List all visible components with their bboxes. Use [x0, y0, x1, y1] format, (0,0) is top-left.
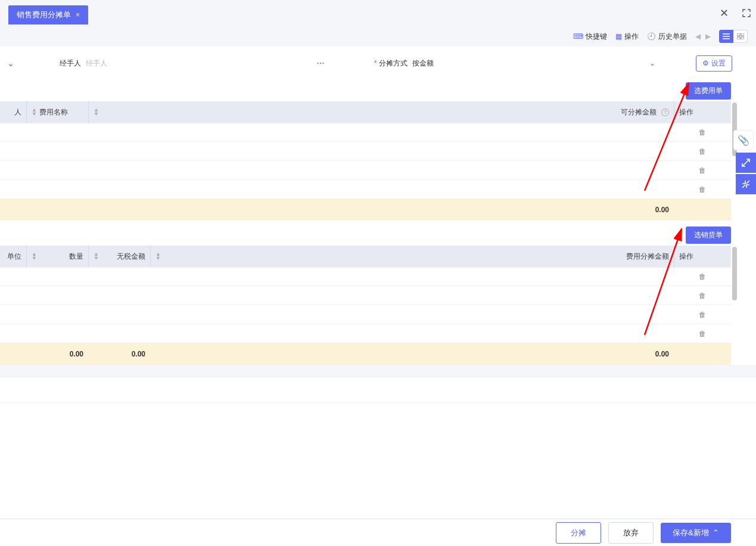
trash-icon: 🗑	[699, 166, 706, 175]
chevron-down-icon[interactable]: ⌄	[7, 58, 18, 68]
th-empty: ▲▼	[88, 101, 584, 123]
th-spacer: ▲▼	[150, 246, 584, 267]
operate-link[interactable]: ▦ 操作	[615, 32, 639, 42]
fee-sum-row: 0.00	[0, 199, 731, 221]
delete-row-button[interactable]: 🗑	[674, 123, 731, 141]
select-sales-bill-button[interactable]: 选销货单	[686, 227, 731, 244]
th-fee-name[interactable]: ▲▼ 费用名称	[26, 101, 88, 123]
settings-label: 设置	[711, 58, 726, 69]
fee-table-header: 人 ▲▼ 费用名称 ▲▼ 可分摊金额 ? 操作	[0, 101, 731, 123]
shortcut-link[interactable]: ⌨ 快捷键	[573, 32, 607, 42]
th-allocatable-label: 可分摊金额	[621, 107, 657, 117]
more-icon[interactable]: ···	[317, 59, 325, 67]
handler-label: 经手人	[60, 58, 81, 69]
delete-row-button[interactable]: 🗑	[674, 305, 731, 324]
footer: 分摊 放弃 保存&新增 ⌃	[0, 519, 756, 546]
fee-table-body: 🗑 🗑 🗑 🗑	[0, 123, 731, 199]
th-fee-name-label: 费用名称	[39, 107, 68, 117]
empty-strip	[0, 377, 756, 403]
table-row: 🗑	[0, 324, 731, 343]
th-fee-alloc[interactable]: 费用分摊金额	[584, 246, 674, 267]
scrollbar-thumb[interactable]	[732, 247, 737, 300]
list-view-button[interactable]	[719, 30, 733, 43]
prev-icon[interactable]: ◀	[695, 32, 701, 41]
sort-icon: ▲▼	[94, 252, 99, 260]
table-row: 🗑	[0, 180, 731, 199]
th-qty-label: 数量	[39, 252, 83, 262]
svg-rect-3	[741, 37, 744, 39]
tab-bar: 销售费用分摊单 × ✕	[0, 0, 756, 26]
tab-title: 销售费用分摊单	[17, 10, 71, 20]
sort-icon: ▲▼	[32, 108, 37, 116]
table-row: 🗑	[0, 305, 731, 324]
save-new-button[interactable]: 保存&新增 ⌃	[661, 523, 731, 543]
discard-button[interactable]: 放弃	[608, 522, 654, 544]
history-label: 历史单据	[658, 32, 687, 42]
fullscreen-icon[interactable]	[741, 7, 752, 19]
divider	[0, 365, 756, 377]
sales-sum-row: 0.00 0.00 0.00	[0, 343, 731, 365]
fee-table: 人 ▲▼ 费用名称 ▲▼ 可分摊金额 ? 操作 🗑	[0, 101, 731, 221]
delete-row-button[interactable]: 🗑	[674, 161, 731, 179]
top-toolbar: ⌨ 快捷键 ▦ 操作 🕘 历史单据 ◀ ▶	[0, 26, 756, 46]
th-qty[interactable]: ▲▼ 数量	[26, 246, 88, 267]
history-link[interactable]: 🕘 历史单据	[647, 32, 687, 42]
delete-row-button[interactable]: 🗑	[674, 286, 731, 305]
expand-in-button[interactable]	[736, 174, 756, 194]
method-select[interactable]	[412, 59, 645, 67]
sum-alloc: 0.00	[655, 350, 669, 358]
delete-row-button[interactable]: 🗑	[674, 324, 731, 343]
delete-row-button[interactable]: 🗑	[674, 142, 731, 160]
th-fee-alloc-label: 费用分摊金额	[626, 252, 669, 262]
grid-icon: ▦	[615, 32, 622, 41]
trash-icon: 🗑	[699, 330, 706, 338]
select-fee-bill-button[interactable]: 选费用单	[686, 82, 731, 100]
shortcut-label: 快捷键	[586, 32, 607, 42]
chevron-up-icon: ⌃	[713, 528, 719, 537]
trash-icon: 🗑	[699, 311, 706, 319]
table-row: 🗑	[0, 286, 731, 305]
th-allocatable[interactable]: 可分摊金额 ?	[584, 101, 674, 123]
th-op2-label: 操作	[679, 252, 693, 262]
fee-sum-value: 0.00	[655, 206, 669, 214]
attachment-button[interactable]: 📎	[733, 130, 754, 150]
scrollbar[interactable]	[732, 246, 737, 322]
allocate-button[interactable]: 分摊	[556, 522, 601, 544]
close-window-button[interactable]: ✕	[715, 5, 732, 21]
delete-row-button[interactable]: 🗑	[674, 268, 731, 286]
form-row: ⌄ 经手人 ··· 分摊方式 ⌄ ⚙ 设置	[0, 46, 756, 80]
sort-icon: ▲▼	[94, 108, 99, 116]
keyboard-icon: ⌨	[573, 32, 583, 41]
delete-row-button[interactable]: 🗑	[674, 180, 731, 198]
tab-active[interactable]: 销售费用分摊单 ×	[8, 5, 88, 24]
close-tab-icon[interactable]: ×	[76, 11, 80, 19]
trash-icon: 🗑	[699, 185, 706, 194]
th-op2: 操作	[674, 246, 731, 267]
trash-icon: 🗑	[699, 291, 706, 300]
expand-out-button[interactable]	[736, 153, 756, 173]
card-view-button[interactable]	[733, 30, 748, 43]
settings-button[interactable]: ⚙ 设置	[696, 55, 732, 72]
trash-icon: 🗑	[699, 147, 706, 156]
gear-icon: ⚙	[702, 59, 709, 67]
operate-label: 操作	[624, 32, 639, 42]
method-label: 分摊方式	[374, 58, 407, 69]
sales-table-header: 单位 ▲▼ 数量 ▲▼ 无税金额 ▲▼ 费用分摊金额 操作	[0, 246, 731, 267]
th-op-label: 操作	[679, 107, 693, 117]
th-payee[interactable]: 人	[0, 101, 26, 123]
th-notax[interactable]: ▲▼ 无税金额	[88, 246, 150, 267]
svg-rect-1	[741, 33, 744, 36]
th-unit[interactable]: 单位	[0, 246, 26, 267]
paperclip-icon: 📎	[738, 135, 749, 146]
table-row: 🗑	[0, 161, 731, 180]
sort-icon: ▲▼	[155, 252, 161, 260]
svg-rect-2	[737, 37, 740, 39]
trash-icon: 🗑	[699, 128, 706, 136]
table-row: 🗑	[0, 267, 731, 286]
chevron-down-icon[interactable]: ⌄	[649, 59, 655, 67]
sales-section: 选销货单 单位 ▲▼ 数量 ▲▼ 无税金额 ▲▼ 费用分摊金额 操作	[0, 224, 756, 365]
sort-icon: ▲▼	[32, 252, 37, 260]
handler-input[interactable]	[86, 59, 312, 67]
help-icon[interactable]: ?	[661, 108, 669, 116]
next-icon[interactable]: ▶	[705, 32, 711, 41]
